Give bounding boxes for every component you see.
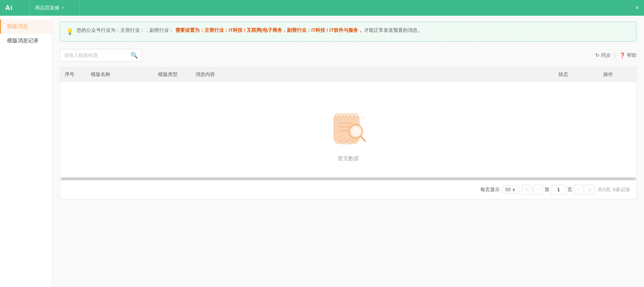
nav-tabs: 首页微商城店铺设置×商品分类设置×首页装修×商品页装修×店铺主题×开通公众号商城… — [30, 0, 80, 16]
sidebar-item-template-msg-records[interactable]: 模版消息记录 — [0, 34, 52, 48]
page-size-select: 每页显示 50 ∨ — [480, 186, 519, 193]
notice-icon: 💡 — [66, 27, 74, 37]
svg-point-5 — [351, 127, 360, 136]
help-icon: ❓ — [619, 52, 625, 58]
data-table: 序号 模版名称 模版类型 消息内容 状态 操作 — [60, 67, 636, 82]
th-seq: 序号 — [60, 67, 86, 82]
sidebar-items: 模版消息模版消息记录 — [0, 19, 52, 48]
toolbar-right: ↻ 同步 | ❓ 帮助 — [595, 52, 637, 59]
nav-tab-product-decor[interactable]: 商品页装修× — [30, 0, 80, 16]
close-all-button[interactable]: × — [630, 0, 644, 16]
page-nav: ⟨⟨ ＜ 第 页 ＞ ⟩⟩ — [522, 185, 595, 195]
scroll-indicator[interactable] — [60, 177, 636, 180]
notice-suffix: 才能正常发送预置的消息。 — [364, 27, 422, 33]
sync-icon: ↻ — [595, 52, 600, 58]
page-unit: 页 — [567, 186, 572, 193]
toolbar-divider: | — [614, 52, 616, 58]
page-label: 第 — [545, 186, 549, 193]
pagination: 每页显示 50 ∨ ⟨⟨ ＜ 第 页 ＞ ⟩⟩ 共0页, 0条记录 — [60, 180, 636, 199]
svg-point-7 — [363, 117, 364, 118]
th-status: 状态 — [554, 67, 599, 82]
sidebar: 模版消息模版消息记录 — [0, 16, 52, 287]
search-input[interactable] — [64, 52, 130, 58]
total-info: 共0页, 0条记录 — [598, 186, 630, 193]
notice-text: 您的公众号行业为：主营行业：，副营行业： 需要设置为：主营行业：IT科技 / 互… — [77, 27, 422, 34]
page-size-label: 每页显示 — [480, 186, 500, 193]
help-button[interactable]: ❓ 帮助 — [619, 52, 637, 59]
th-name: 模版名称 — [86, 67, 154, 82]
svg-line-6 — [361, 136, 365, 141]
th-action: 操作 — [599, 67, 636, 82]
notice-banner: 💡 您的公众号行业为：主营行业：，副营行业： 需要设置为：主营行业：IT科技 /… — [60, 22, 637, 42]
logo-text: Ai — [5, 4, 13, 12]
page-size-dropdown[interactable]: 50 ∨ — [502, 186, 519, 193]
close-tab-product-decor[interactable]: × — [62, 5, 64, 10]
content-area: 💡 您的公众号行业为：主营行业：，副营行业： 需要设置为：主营行业：IT科技 /… — [52, 16, 644, 287]
sync-button[interactable]: ↻ 同步 — [595, 52, 611, 59]
chevron-down-icon: ∨ — [512, 187, 516, 192]
sync-label: 同步 — [601, 52, 611, 59]
search-bar: 🔍 ↻ 同步 | ❓ 帮助 — [60, 49, 637, 62]
page-input[interactable] — [551, 185, 566, 195]
notice-prefix: 您的公众号行业为：主营行业：，副营行业： — [77, 27, 174, 33]
top-nav: Ai 首页微商城店铺设置×商品分类设置×首页装修×商品页装修×店铺主题×开通公众… — [0, 0, 644, 16]
scroll-thumb — [61, 178, 635, 180]
help-label: 帮助 — [627, 52, 637, 59]
th-content: 消息内容 — [191, 67, 554, 82]
th-type: 模版类型 — [154, 67, 191, 82]
empty-text: 暂无数据 — [338, 155, 359, 162]
empty-state: 暂无数据 — [60, 82, 636, 177]
prev-page-button[interactable]: ＜ — [533, 185, 543, 195]
last-page-button[interactable]: ⟩⟩ — [585, 185, 595, 195]
table-header: 序号 模版名称 模版类型 消息内容 状态 操作 — [60, 67, 636, 82]
page-size-value: 50 — [505, 187, 511, 192]
svg-point-9 — [361, 112, 362, 113]
app-logo: Ai — [0, 0, 30, 16]
next-page-button[interactable]: ＞ — [574, 185, 583, 195]
empty-illustration — [326, 104, 371, 149]
main-layout: 模版消息模版消息记录 💡 您的公众号行业为：主营行业：，副营行业： 需要设置为：… — [0, 16, 644, 287]
search-input-wrap: 🔍 — [60, 49, 142, 62]
first-page-button[interactable]: ⟨⟨ — [522, 185, 532, 195]
data-table-wrap: 序号 模版名称 模版类型 消息内容 状态 操作 — [60, 67, 637, 199]
search-button[interactable]: 🔍 — [130, 52, 138, 59]
svg-point-8 — [366, 122, 367, 123]
notice-highlight: 需要设置为：主营行业：IT科技 / 互联网|电子商务，副营行业：IT科技 / I… — [175, 27, 363, 33]
sidebar-item-template-msg[interactable]: 模版消息 — [0, 19, 52, 34]
